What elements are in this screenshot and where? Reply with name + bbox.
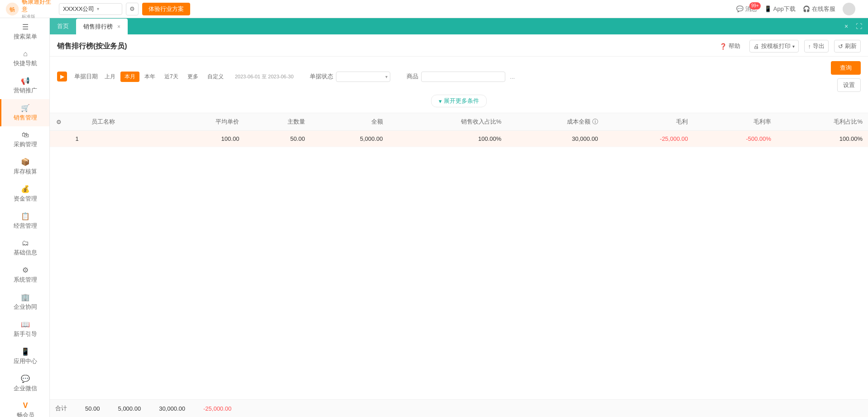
sidebar-item-funds[interactable]: 💰 资金管理 bbox=[0, 180, 49, 207]
marketing-icon: 📢 bbox=[21, 77, 30, 85]
sidebar-item-system[interactable]: ⚙ 系统管理 bbox=[0, 261, 49, 288]
company-selector[interactable]: XXXXX公司 ▾ bbox=[59, 3, 122, 15]
footer-main-qty: 50.00 bbox=[85, 405, 100, 412]
sidebar-label-quick-nav: 快捷导航 bbox=[14, 59, 37, 67]
page-actions: ❓ 帮助 🖨 按模板打印 ▾ ↑ 导出 ↺ bbox=[716, 40, 861, 53]
content-area: 首页 销售排行榜 × × ⛶ 销售排行榜(按业务员) ❓ bbox=[50, 18, 868, 417]
sidebar-label-member: 畅会员 bbox=[17, 411, 34, 417]
purchase-icon: 🛍 bbox=[22, 131, 29, 139]
filter-area: ▶ 单据日期 上月 本月 本年 近7天 更多 自定义 bbox=[50, 57, 868, 113]
status-select-wrapper bbox=[336, 72, 390, 82]
sidebar-item-guide[interactable]: 📖 新手引导 bbox=[0, 316, 49, 343]
window-expand-icon[interactable]: ⛶ bbox=[854, 21, 864, 32]
date-btn-last-month[interactable]: 上月 bbox=[101, 72, 120, 82]
sidebar-item-apps[interactable]: 📱 应用中心 bbox=[0, 343, 49, 370]
page-content: 销售排行榜(按业务员) ❓ 帮助 🖨 按模板打印 ▾ ↑ bbox=[50, 34, 868, 417]
goods-input[interactable] bbox=[421, 72, 505, 82]
sidebar-label-inventory: 库存核算 bbox=[14, 168, 37, 176]
table-header-row: ⚙ 员工名称 平均单价 主数量 bbox=[50, 113, 868, 131]
sidebar-label-search: 搜索菜单 bbox=[14, 33, 37, 41]
date-btn-this-year[interactable]: 本年 bbox=[140, 72, 159, 82]
cell-gross: -25,000.00 bbox=[604, 131, 694, 147]
inventory-icon: 📦 bbox=[21, 158, 30, 166]
filter-col-right: 查询 设置 bbox=[831, 61, 861, 92]
col-main-qty: 主数量 bbox=[245, 113, 310, 131]
sidebar-item-marketing[interactable]: 📢 营销推广 bbox=[0, 72, 49, 99]
cell-gross-pct: 100.00% bbox=[777, 131, 868, 147]
sidebar-item-member[interactable]: V 畅会员 bbox=[0, 397, 49, 417]
chevron-down-icon: ▾ bbox=[97, 6, 99, 11]
date-range-buttons: 上月 本月 本年 近7天 更多 自定义 bbox=[101, 72, 228, 82]
date-filter-label: 单据日期 bbox=[74, 72, 98, 81]
sidebar-item-enterprise[interactable]: 🏢 企业协同 bbox=[0, 288, 49, 316]
status-filter-label: 单据状态 bbox=[310, 72, 333, 81]
query-button[interactable]: 查询 bbox=[831, 61, 861, 75]
date-range-text: 2023-06-01 至 2023-06-30 bbox=[235, 73, 294, 80]
sidebar-item-search[interactable]: ☰ 搜索菜单 bbox=[0, 18, 49, 45]
refresh-button[interactable]: ↺ 刷新 bbox=[834, 40, 861, 53]
print-dropdown-icon: ▾ bbox=[792, 44, 795, 49]
refresh-icon: ↺ bbox=[838, 43, 843, 50]
date-btn-more[interactable]: 更多 bbox=[183, 72, 202, 82]
print-button[interactable]: 🖨 按模板打印 ▾ bbox=[749, 40, 799, 53]
online-service-button[interactable]: 🎧 在线客服 bbox=[803, 5, 835, 13]
help-button[interactable]: ❓ 帮助 bbox=[716, 40, 744, 52]
funds-icon: 💰 bbox=[21, 185, 30, 193]
footer-amount: 5,000.00 bbox=[118, 405, 141, 412]
sidebar-item-wechat[interactable]: 💬 企业微信 bbox=[0, 370, 49, 397]
goods-ellipsis-btn[interactable]: ... bbox=[508, 73, 517, 80]
status-filter: 单据状态 bbox=[310, 72, 390, 82]
guide-icon: 📖 bbox=[21, 320, 30, 329]
export-button[interactable]: ↑ 导出 bbox=[804, 40, 829, 53]
search-menu-icon: ☰ bbox=[22, 23, 29, 31]
page-header: 销售排行榜(按业务员) ❓ 帮助 🖨 按模板打印 ▾ ↑ bbox=[50, 34, 868, 57]
window-close-icon[interactable]: × bbox=[841, 21, 852, 32]
date-btn-7days[interactable]: 近7天 bbox=[160, 72, 182, 82]
sidebar-label-enterprise: 企业协同 bbox=[14, 303, 37, 311]
date-btn-this-month[interactable]: 本月 bbox=[120, 72, 139, 82]
page-title: 销售排行榜(按业务员) bbox=[57, 42, 127, 51]
filter-expand-btn[interactable]: ▶ bbox=[57, 72, 67, 81]
col-sales-pct: 销售收入占比% bbox=[388, 113, 507, 131]
sidebar-label-purchase: 采购管理 bbox=[14, 140, 37, 149]
footer-label: 合计 bbox=[55, 404, 67, 412]
sidebar-item-purchase[interactable]: 🛍 采购管理 bbox=[0, 126, 49, 153]
status-select[interactable] bbox=[336, 72, 390, 82]
topbar-right: 💬 消息 99+ 📱 App下载 🎧 在线客服 bbox=[736, 3, 863, 15]
help-icon: ❓ bbox=[719, 43, 727, 50]
tab-home[interactable]: 首页 bbox=[50, 18, 76, 34]
col-cost: 成本全额 ⓘ bbox=[507, 113, 604, 131]
tab-sales-rank[interactable]: 销售排行榜 × bbox=[76, 19, 128, 35]
cell-rank: 1 bbox=[68, 131, 86, 147]
table-area: ⚙ 员工名称 平均单价 主数量 bbox=[50, 113, 868, 256]
col-settings: ⚙ bbox=[50, 113, 68, 131]
sidebar-item-operations[interactable]: 📋 经营管理 bbox=[0, 207, 49, 235]
wechat-icon: 💬 bbox=[21, 374, 30, 383]
member-icon: V bbox=[23, 402, 28, 410]
sidebar-item-base[interactable]: 🗂 基础信息 bbox=[0, 235, 49, 261]
col-gross-rate: 毛利率 bbox=[693, 113, 777, 131]
sidebar-label-funds: 资金管理 bbox=[14, 195, 37, 203]
settings-icon[interactable]: ⚙ bbox=[126, 3, 139, 15]
sidebar-label-sales: 销售管理 bbox=[14, 114, 37, 122]
col-gross-pct: 毛利占比% bbox=[777, 113, 868, 131]
headset-icon: 🎧 bbox=[803, 5, 810, 12]
trial-button[interactable]: 体验行业方案 bbox=[142, 3, 190, 15]
app-download-button[interactable]: 📱 App下载 bbox=[764, 5, 796, 13]
col-settings-icon[interactable]: ⚙ bbox=[56, 119, 62, 125]
home-icon: ⌂ bbox=[23, 50, 28, 58]
settings-button[interactable]: 设置 bbox=[837, 78, 861, 92]
sidebar-item-inventory[interactable]: 📦 库存核算 bbox=[0, 153, 49, 180]
expand-more-conditions-btn[interactable]: ▾ 展开更多条件 bbox=[431, 95, 487, 107]
cell-gross-rate: -500.00% bbox=[693, 131, 777, 147]
col-rank bbox=[68, 113, 86, 131]
table-footer: 合计 50.00 5,000.00 30,000.00 -25,000.00 bbox=[50, 399, 868, 417]
date-range-display: 2023-06-01 至 2023-06-30 bbox=[235, 73, 294, 80]
avatar[interactable] bbox=[843, 3, 855, 15]
sidebar-item-sales[interactable]: 🛒 销售管理 bbox=[0, 99, 49, 126]
date-btn-custom[interactable]: 自定义 bbox=[203, 72, 228, 82]
tab-close-icon[interactable]: × bbox=[117, 24, 120, 30]
message-button[interactable]: 💬 消息 99+ bbox=[736, 5, 757, 13]
sidebar-item-quick-nav[interactable]: ⌂ 快捷导航 bbox=[0, 45, 49, 72]
goods-filter: 商品 ... bbox=[407, 72, 517, 82]
